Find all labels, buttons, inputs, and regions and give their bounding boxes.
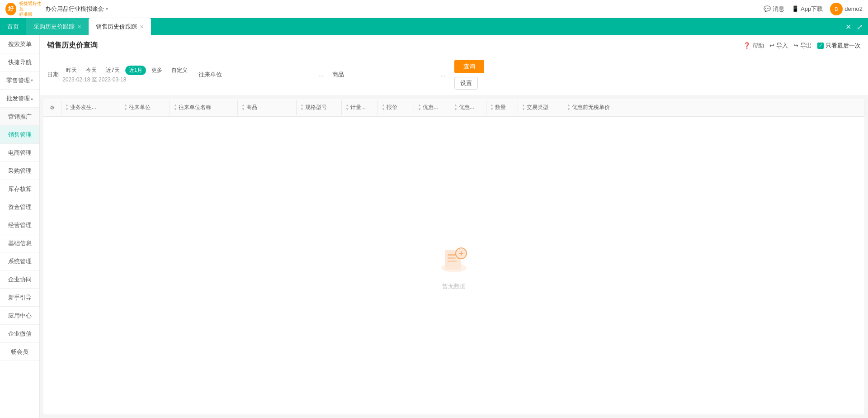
th-product[interactable]: ▲ ▼ 商品 <box>238 100 297 115</box>
th-business-date[interactable]: ▲ ▼ 业务发生... <box>61 100 120 115</box>
tab-maximize-button[interactable]: ⤢ <box>855 21 864 33</box>
product-input-area[interactable]: ... <box>348 70 447 79</box>
app-download-button[interactable]: 📱 App下载 <box>792 5 823 13</box>
th-unit[interactable]: ▲ ▼ 计量... <box>342 100 378 115</box>
retail-arrow-icon: ▾ <box>31 78 33 83</box>
checkbox-icon: ✓ <box>817 43 824 49</box>
sort-arrows-discount1: ▲ ▼ <box>418 104 421 111</box>
product-label: 商品 <box>332 71 344 79</box>
import-button[interactable]: ↩ 导入 <box>769 42 788 50</box>
sidebar-item-system[interactable]: 系统管理 <box>0 252 39 271</box>
date-pill-last7[interactable]: 近7天 <box>102 66 123 75</box>
tab-purchase-history-close[interactable]: ✕ <box>77 24 81 30</box>
query-button[interactable]: 查询 <box>454 60 484 73</box>
sort-arrows-pretax-price: ▲ ▼ <box>567 104 571 111</box>
page-header: 销售历史价查询 ❓ 帮助 ↩ 导入 ↪ 导出 ✓ <box>40 35 868 55</box>
sidebar-item-inventory[interactable]: 库存核算 <box>0 180 39 198</box>
logo-icon: 好 <box>5 3 16 15</box>
partner-filter-group: 往来单位 ... <box>198 70 325 79</box>
th-partner-name-label: 往来单位名称 <box>179 104 211 111</box>
sidebar-quicknav-label: 快捷导航 <box>8 58 32 66</box>
th-unit-label: 计量... <box>350 104 366 111</box>
th-quote[interactable]: ▲ ▼ 报价 <box>378 100 414 115</box>
help-label: 帮助 <box>752 42 764 50</box>
only-last-checkbox-label[interactable]: ✓ 只看最后一次 <box>817 42 861 50</box>
user-name: demo2 <box>844 5 863 12</box>
th-partner-code[interactable]: ▲ ▼ 往来单位 <box>120 100 170 115</box>
sidebar-item-wxwork[interactable]: 企业微信 <box>0 325 39 343</box>
th-discount2[interactable]: ▲ ▼ 优惠... <box>450 100 486 115</box>
sidebar-search-label: 搜索菜单 <box>8 40 32 48</box>
sidebar-item-newguide[interactable]: 新手引导 <box>0 289 39 307</box>
product-dots-icon[interactable]: ... <box>441 71 446 78</box>
th-spec[interactable]: ▲ ▼ 规格型号 <box>297 100 342 115</box>
settings-button[interactable]: 设置 <box>454 77 478 90</box>
sidebar-finance-label: 资金管理 <box>8 203 32 211</box>
sidebar-item-marketing[interactable]: 营销推广 <box>0 108 39 126</box>
th-trade-type[interactable]: ▲ ▼ 交易类型 <box>518 100 563 115</box>
sidebar-item-salesmanage[interactable]: 销售管理 <box>0 126 39 144</box>
sidebar-item-operations[interactable]: 经营管理 <box>0 216 39 234</box>
tab-close-all-button[interactable]: ✕ <box>844 21 853 33</box>
message-button[interactable]: 💬 消息 <box>764 5 784 13</box>
only-last-label: 只看最后一次 <box>826 42 861 50</box>
query-settings-group: 查询 设置 <box>454 60 484 90</box>
sidebar-item-search[interactable]: 搜索菜单 <box>0 35 39 53</box>
chevron-down-icon: ▾ <box>106 6 108 11</box>
th-qty[interactable]: ▲ ▼ 数量 <box>486 100 518 115</box>
date-pill-more[interactable]: 更多 <box>148 66 166 75</box>
date-pill-today[interactable]: 今天 <box>82 66 100 75</box>
tab-sales-history[interactable]: 销售历史价跟踪 ✕ <box>89 18 151 35</box>
partner-input-area[interactable]: ... <box>226 70 325 79</box>
sort-arrows-unit: ▲ ▼ <box>345 104 349 111</box>
th-pretax-price[interactable]: ▲ ▼ 优惠前无税单价 <box>563 100 864 115</box>
sidebar-item-appcenter[interactable]: 应用中心 <box>0 307 39 325</box>
top-bar: 好 畅捷通好生意 标准版 办公用品行业模拟账套 ▾ 💬 消息 📱 App下载 D… <box>0 0 868 18</box>
tab-sales-history-close[interactable]: ✕ <box>140 24 144 30</box>
date-pill-custom[interactable]: 自定义 <box>168 66 191 75</box>
gear-icon: ⚙ <box>50 104 55 111</box>
user-area[interactable]: D demo2 <box>830 3 863 15</box>
sidebar-item-finance[interactable]: 资金管理 <box>0 198 39 216</box>
sort-arrows-partner-code: ▲ ▼ <box>124 104 127 111</box>
empty-state: 暂无数据 <box>43 117 864 414</box>
top-bar-right: 💬 消息 📱 App下载 D demo2 <box>764 3 863 15</box>
date-pills: 昨天 今天 近7天 近1月 更多 自定义 <box>62 66 191 75</box>
sort-arrows-quote: ▲ ▼ <box>382 104 385 111</box>
th-pretax-price-label: 优惠前无税单价 <box>572 104 610 111</box>
sidebar-item-wholesale[interactable]: 批发管理 ▴ <box>0 90 39 108</box>
date-pill-yesterday[interactable]: 昨天 <box>62 66 80 75</box>
wholesale-arrow-icon: ▴ <box>31 96 33 101</box>
page-actions: ❓ 帮助 ↩ 导入 ↪ 导出 ✓ 只看最后一次 <box>743 42 861 50</box>
import-icon: ↩ <box>769 42 774 49</box>
date-filter-group: 日期 昨天 今天 近7天 近1月 更多 自定义 2023-02-18 至 202… <box>47 66 191 84</box>
sidebar-item-member[interactable]: 畅会员 <box>0 343 39 361</box>
empty-text: 暂无数据 <box>442 282 466 290</box>
logo-text: 畅捷通好生意 标准版 <box>19 1 42 17</box>
sidebar-item-ecommerce[interactable]: 电商管理 <box>0 144 39 162</box>
sidebar-item-basic[interactable]: 基础信息 <box>0 234 39 252</box>
workspace-selector[interactable]: 办公用品行业模拟账套 ▾ <box>45 5 108 13</box>
sidebar-item-enterprise[interactable]: 企业协同 <box>0 271 39 289</box>
sidebar-newguide-label: 新手引导 <box>8 294 32 302</box>
tab-purchase-history-label: 采购历史价跟踪 <box>33 23 75 31</box>
sidebar-item-retail[interactable]: 零售管理 ▾ <box>0 71 39 90</box>
th-discount2-label: 优惠... <box>459 104 474 111</box>
tab-home[interactable]: 首页 <box>0 18 26 35</box>
th-product-label: 商品 <box>246 104 257 111</box>
date-range: 2023-02-18 至 2023-03-18 <box>62 76 191 84</box>
tab-purchase-history[interactable]: 采购历史价跟踪 ✕ <box>26 18 89 35</box>
help-button[interactable]: ❓ 帮助 <box>743 42 764 50</box>
th-gear[interactable]: ⚙ <box>43 101 61 114</box>
partner-dots-icon[interactable]: ... <box>319 71 324 78</box>
sort-arrows-business-date: ▲ ▼ <box>65 104 69 111</box>
th-partner-name[interactable]: ▲ ▼ 往来单位名称 <box>170 100 238 115</box>
sidebar-item-quicknav[interactable]: 快捷导航 <box>0 53 39 71</box>
sidebar-purchase-label: 采购管理 <box>8 167 32 175</box>
sidebar-item-purchase[interactable]: 采购管理 <box>0 162 39 180</box>
th-discount1[interactable]: ▲ ▼ 优惠... <box>414 100 450 115</box>
sort-arrows-trade-type: ▲ ▼ <box>522 104 525 111</box>
date-pill-last1m[interactable]: 近1月 <box>125 66 146 75</box>
export-button[interactable]: ↪ 导出 <box>793 42 812 50</box>
sidebar-wxwork-label: 企业微信 <box>8 330 32 338</box>
